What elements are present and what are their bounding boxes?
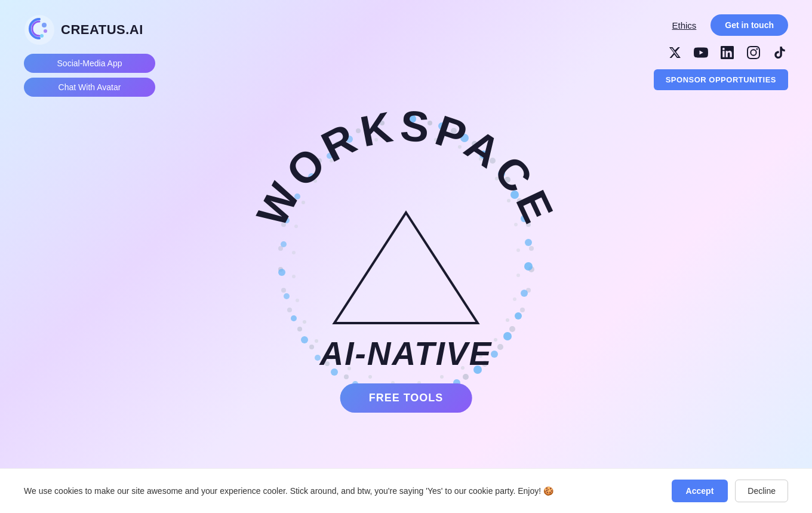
svg-point-58 — [515, 312, 522, 320]
svg-point-30 — [309, 345, 314, 349]
right-header: Ethics Get in touch SPONSOR OPPORTUNITIE… — [654, 14, 788, 90]
instagram-icon[interactable] — [745, 44, 762, 61]
svg-point-28 — [297, 327, 302, 331]
svg-point-61 — [301, 336, 308, 343]
hero-section: WORKSPACE AI-NATIVE FREE TOOLS — [197, 60, 615, 478]
accept-button[interactable]: Accept — [672, 480, 728, 502]
svg-point-86 — [292, 275, 296, 278]
svg-point-88 — [296, 299, 299, 302]
svg-point-57 — [284, 293, 290, 299]
top-right-actions: Ethics Get in touch — [672, 14, 788, 36]
cookie-text: We use cookies to make our site awesome … — [24, 486, 660, 496]
svg-point-92 — [315, 339, 318, 343]
svg-point-26 — [287, 308, 292, 312]
svg-point-25 — [520, 308, 525, 312]
svg-point-82 — [294, 225, 298, 228]
svg-point-85 — [516, 274, 520, 277]
svg-point-54 — [524, 262, 533, 271]
svg-point-29 — [497, 344, 503, 350]
svg-point-3 — [40, 34, 44, 38]
tiktok-icon[interactable] — [771, 44, 788, 61]
social-icons — [666, 44, 788, 61]
linkedin-icon[interactable] — [719, 44, 736, 61]
svg-point-53 — [281, 241, 287, 247]
svg-point-89 — [506, 318, 509, 322]
svg-point-52 — [525, 239, 532, 246]
svg-point-83 — [516, 248, 520, 252]
svg-point-19 — [529, 246, 534, 251]
logo: CREATUS.AI — [24, 14, 155, 45]
svg-point-87 — [513, 297, 516, 301]
svg-marker-102 — [334, 213, 478, 323]
logo-text: CREATUS.AI — [61, 22, 143, 38]
sponsor-opportunities-button[interactable]: SPONSOR OPPORTUNITIES — [654, 69, 788, 90]
social-media-app-button[interactable]: Social-Media App — [24, 54, 155, 73]
youtube-icon[interactable] — [693, 44, 709, 61]
workspace-circle: WORKSPACE AI-NATIVE FREE TOOLS — [227, 90, 585, 449]
svg-point-1 — [42, 23, 47, 27]
x-twitter-icon[interactable] — [666, 44, 683, 61]
svg-point-8 — [356, 128, 361, 133]
svg-point-84 — [292, 251, 296, 254]
logo-icon — [24, 14, 55, 45]
free-tools-button[interactable]: FREE TOOLS — [340, 383, 472, 413]
svg-point-27 — [509, 326, 515, 332]
svg-point-56 — [521, 290, 528, 297]
header: CREATUS.AI Social-Media App Chat With Av… — [0, 0, 812, 97]
cookie-banner: We use cookies to make our site awesome … — [0, 468, 812, 513]
svg-point-2 — [44, 29, 47, 33]
decline-button[interactable]: Decline — [735, 480, 788, 502]
nav-buttons: Social-Media App Chat With Avatar — [24, 54, 155, 97]
logo-area: CREATUS.AI Social-Media App Chat With Av… — [24, 14, 155, 97]
svg-point-91 — [494, 338, 497, 342]
chat-with-avatar-button[interactable]: Chat With Avatar — [24, 78, 155, 97]
ethics-link[interactable]: Ethics — [672, 20, 696, 30]
svg-point-90 — [303, 320, 306, 324]
svg-point-59 — [291, 315, 297, 321]
get-in-touch-button[interactable]: Get in touch — [710, 14, 788, 36]
svg-point-55 — [278, 269, 285, 276]
svg-point-60 — [503, 332, 512, 340]
cookie-actions: Accept Decline — [672, 480, 788, 502]
svg-point-24 — [281, 288, 286, 293]
